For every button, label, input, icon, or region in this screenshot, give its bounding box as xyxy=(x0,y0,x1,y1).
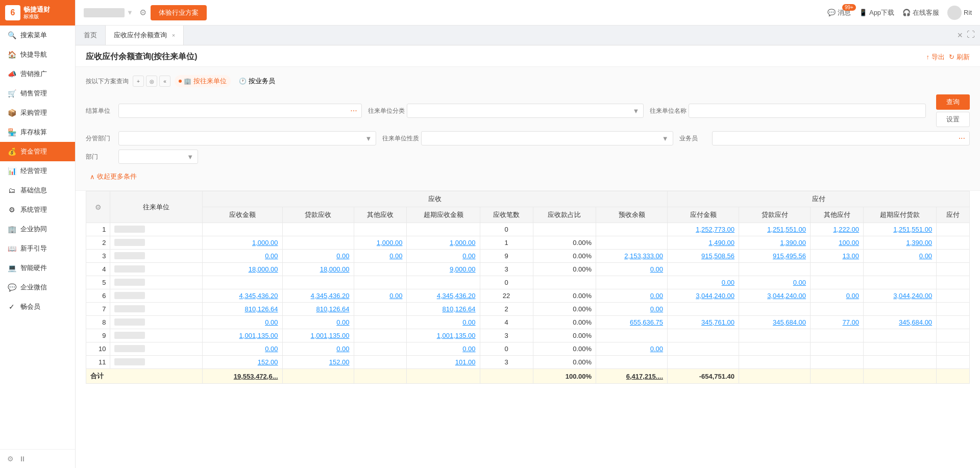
th-settings[interactable]: ⚙ xyxy=(86,191,110,223)
footer-label: 合计 xyxy=(86,369,203,384)
back-scheme-icon[interactable]: « xyxy=(159,76,170,87)
sidebar-item-cooperation[interactable]: 🏢 企业协同 xyxy=(0,219,75,239)
dropdown-arrow-4: ▼ xyxy=(187,153,193,161)
wechat-icon: 💬 xyxy=(7,283,16,291)
scheme-label: 按以下方案查询 xyxy=(86,77,129,86)
sidebar-item-system[interactable]: ⚙ 系统管理 xyxy=(0,200,75,219)
finance-icon: 💰 xyxy=(7,147,16,156)
refresh-button[interactable]: ↻ 刷新 xyxy=(949,53,970,62)
table-row: 5xxxxx00.000.00 xyxy=(86,276,970,289)
footer-rec-prepaid[interactable]: 6,417,215.... xyxy=(596,369,668,384)
sidebar-item-operation[interactable]: 📊 经营管理 xyxy=(0,161,75,181)
partner-name-input[interactable] xyxy=(689,104,926,118)
dropdown-arrow-3: ▼ xyxy=(662,135,669,142)
table-row: 1xxxxx01,252,773.001,251,551.001,222.001… xyxy=(86,223,970,236)
footer-rec-ratio: 100.00% xyxy=(533,369,596,384)
gear-icon[interactable]: ⚙ xyxy=(139,8,146,17)
th-partner: 往来单位 xyxy=(110,191,203,223)
salesperson-label: 业务员 xyxy=(679,134,710,143)
table-footer-row: 合计 19,553,472,6... 100.00% 6,417,215....… xyxy=(86,369,970,384)
target-scheme-icon[interactable]: ◎ xyxy=(146,76,157,87)
partner-category-label: 往来单位分类 xyxy=(368,107,405,115)
sidebar-item-marketing[interactable]: 📣 营销推广 xyxy=(0,64,75,84)
sidebar-footer: ⚙ ⏸ xyxy=(0,449,75,468)
th-rec-ratio: 应收款占比 xyxy=(533,207,596,223)
user-info[interactable]: Rit xyxy=(947,6,972,20)
table-settings-icon[interactable]: ⚙ xyxy=(95,203,102,211)
filter-row-1: 结算单位 ··· 往来单位分类 ▼ 往来单位名称 xyxy=(86,94,970,127)
page-content: 应收应付余额查询(按往来单位) ↑ 导出 ↻ 刷新 按以下方案查询 + xyxy=(76,45,980,468)
app-download[interactable]: 📱 App下载 xyxy=(859,8,894,17)
sidebar-item-finance[interactable]: 💰 资金管理 xyxy=(0,142,75,161)
th-pay-other: 其他应付 xyxy=(811,207,864,223)
filter-scheme: 按以下方案查询 + ◎ « 🏢 按往来单位 🕐 按业务员 xyxy=(86,72,279,90)
sidebar-item-quick[interactable]: 🏠 快捷导航 xyxy=(0,45,75,64)
user-name: Rit xyxy=(964,9,972,16)
th-rec-amount: 应收金额 xyxy=(203,207,282,223)
sidebar-item-guide[interactable]: 📖 新手引导 xyxy=(0,239,75,258)
sidebar-item-basic[interactable]: 🗂 基础信息 xyxy=(0,181,75,200)
export-button[interactable]: ↑ 导出 xyxy=(926,53,945,62)
logo-icon: 6 xyxy=(5,5,20,20)
close-window-icon[interactable]: × xyxy=(957,30,963,41)
filter-row-2: 分管部门 ▼ 往来单位性质 ▼ 业务员 xyxy=(86,131,970,145)
department-input[interactable]: ▼ xyxy=(118,150,198,164)
salesperson-input[interactable]: ··· xyxy=(712,131,970,145)
scheme-salesperson[interactable]: 🕐 按业务员 xyxy=(235,75,279,87)
online-service[interactable]: 🎧 在线客服 xyxy=(902,8,939,17)
add-scheme-icon[interactable]: + xyxy=(133,76,144,87)
operation-icon: 📊 xyxy=(7,167,16,175)
sidebar-item-hardware[interactable]: 💻 智能硬件 xyxy=(0,258,75,278)
field-partner-category: 往来单位分类 ▼ xyxy=(368,104,644,118)
breadcrumb: 某某某某某某 ▼ xyxy=(84,8,133,17)
purchase-icon: 📦 xyxy=(7,109,16,117)
solution-button[interactable]: 体验行业方案 xyxy=(151,5,207,20)
dots-icon: ··· xyxy=(350,106,357,115)
settings-footer-icon[interactable]: ⚙ xyxy=(7,455,14,463)
sidebar-item-member[interactable]: ✓ 畅会员 xyxy=(0,297,75,316)
table-row: 6^4,345,436.204,345,436.200.004,345,436.… xyxy=(86,289,970,303)
sidebar-item-search[interactable]: 🔍 搜索菜单 xyxy=(0,26,75,45)
sidebar-item-sales[interactable]: 🛒 销售管理 xyxy=(0,84,75,103)
fullscreen-icon[interactable]: ⛶ xyxy=(967,30,975,41)
tab-close-icon[interactable]: × xyxy=(172,32,175,38)
division-label: 分管部门 xyxy=(86,134,116,143)
footer-rec-amount[interactable]: 19,553,472,6... xyxy=(203,369,282,384)
department-label: 部门 xyxy=(86,153,116,161)
th-rec-loan: 贷款应收 xyxy=(282,207,354,223)
filter-row-3: 部门 ▼ xyxy=(86,150,970,164)
filter-scheme-row: 按以下方案查询 + ◎ « 🏢 按往来单位 🕐 按业务员 xyxy=(86,72,970,90)
tab-actions: × ⛶ xyxy=(957,30,980,41)
table-row: 9xxxxx1,001,135.001,001,135.001,001,135.… xyxy=(86,329,970,342)
dots-icon-2: ··· xyxy=(959,134,965,143)
partner-nature-label: 往来单位性质 xyxy=(382,134,419,143)
collapse-button[interactable]: ∧ 收起更多条件 xyxy=(86,170,970,183)
logo-text: 畅捷通财 标准版 xyxy=(23,6,50,20)
search-icon: 🔍 xyxy=(7,31,16,39)
home-icon: 🏠 xyxy=(7,51,16,59)
app-icon: 📱 xyxy=(859,9,867,16)
sidebar-item-inventory[interactable]: 🏪 库存核算 xyxy=(0,122,75,142)
sidebar-item-wechat[interactable]: 💬 企业微信 xyxy=(0,278,75,297)
th-pay-rest: 应付 xyxy=(937,207,970,223)
field-settlement-unit: 结算单位 ··· xyxy=(86,104,362,118)
header-nav: 某某某某某某 ▼ ⚙ 体验行业方案 xyxy=(84,5,821,20)
th-pay-loan: 贷款应付 xyxy=(739,207,811,223)
division-input[interactable]: ▼ xyxy=(118,131,376,145)
partner-nature-input[interactable]: ▼ xyxy=(421,131,673,145)
th-pay-overdue: 超期应付货款 xyxy=(863,207,936,223)
sidebar-item-purchase[interactable]: 📦 采购管理 xyxy=(0,103,75,122)
page-header: 应收应付余额查询(按往来单位) ↑ 导出 ↻ 刷新 xyxy=(76,45,980,67)
settlement-unit-input[interactable]: ··· xyxy=(118,104,362,118)
collapse-footer-icon[interactable]: ⏸ xyxy=(19,455,26,463)
partner-category-input[interactable]: ▼ xyxy=(407,104,644,118)
query-button[interactable]: 查询 xyxy=(936,94,970,110)
scheme-partner[interactable]: 🏢 按往来单位 xyxy=(175,75,231,87)
field-partner-name: 往来单位名称 xyxy=(650,104,926,118)
tab-ar-ap-query[interactable]: 应收应付余额查询 × xyxy=(106,26,184,45)
set-button[interactable]: 设置 xyxy=(936,112,970,127)
dropdown-arrow-2: ▼ xyxy=(365,135,372,142)
table-container: ⚙ 往来单位 应收 应付 应收金额 贷款应收 其他应收 超期应收金额 应收笔数 … xyxy=(76,191,980,468)
tab-home[interactable]: 首页 xyxy=(76,26,106,45)
message-badge[interactable]: 💬 消息 99+ xyxy=(827,8,851,17)
